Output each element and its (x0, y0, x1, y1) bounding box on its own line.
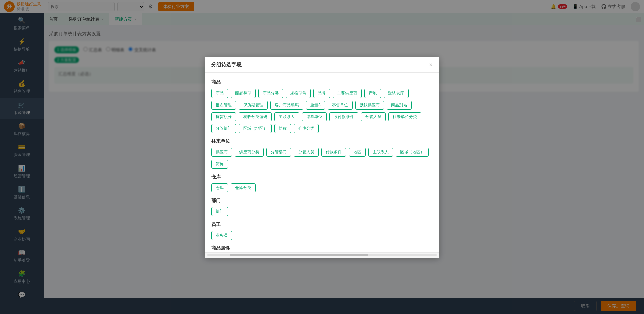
modal-overlay: 分组待选字段 × 商品 商品商品类型商品分类规格型号品牌主要供应商产地默认仓库批… (0, 0, 644, 314)
tag-item[interactable]: 分管人员 (361, 112, 386, 121)
tag-item[interactable]: 简称 (274, 124, 291, 133)
tag-item[interactable]: 商品别名 (387, 101, 412, 110)
tag-item[interactable]: 区域（地区） (239, 124, 272, 133)
section-staff-title: 员工 (211, 222, 433, 228)
section-partner-title: 往来单位 (211, 138, 433, 144)
tag-item[interactable]: 仓库分类 (231, 183, 256, 192)
tag-item[interactable]: 批次管理 (211, 101, 236, 110)
tag-item[interactable]: 税收分类编码 (239, 112, 272, 121)
section-attrs-title: 商品属性 (211, 245, 433, 251)
tag-item[interactable]: 主联系人 (368, 148, 393, 157)
tag-item[interactable]: 收付款条件 (329, 112, 358, 121)
tag-item[interactable]: 默认仓库 (384, 89, 409, 98)
tag-item[interactable]: 零售单位 (328, 101, 353, 110)
tag-item[interactable]: 区域（地区） (396, 148, 429, 157)
modal: 分组待选字段 × 商品 商品商品类型商品分类规格型号品牌主要供应商产地默认仓库批… (205, 57, 439, 258)
section-warehouse-tags: 仓库仓库分类 (211, 183, 433, 192)
section-product-title: 商品 (211, 79, 433, 85)
tag-item[interactable]: 分管部门 (266, 148, 291, 157)
scrollbar-thumb (230, 254, 368, 256)
tag-item[interactable]: 商品分类 (258, 89, 283, 98)
tag-item[interactable]: 主要供应商 (333, 89, 362, 98)
tag-item[interactable]: 商品类型 (231, 89, 256, 98)
section-dept-tags: 部门 (211, 207, 433, 216)
tag-item[interactable]: 业务员 (211, 231, 232, 240)
tag-item[interactable]: 部门 (211, 207, 228, 216)
section-partner-tags: 供应商供应商分类分管部门分管人员付款条件地区主联系人区域（地区）简称 (211, 148, 433, 169)
section-staff-tags: 业务员 (211, 231, 433, 240)
tag-item[interactable]: 供应商分类 (235, 148, 264, 157)
tag-item[interactable]: 保质期管理 (239, 101, 268, 110)
tag-item[interactable]: 付款条件 (321, 148, 346, 157)
tag-item[interactable]: 往来单位分类 (388, 112, 421, 121)
section-dept-title: 部门 (211, 198, 433, 204)
tag-item[interactable]: 产地 (364, 89, 381, 98)
modal-close-button[interactable]: × (429, 61, 433, 68)
tag-item[interactable]: 简称 (211, 160, 228, 169)
tag-item[interactable]: 分管人员 (294, 148, 319, 157)
modal-scrollbar-area (205, 252, 439, 258)
tag-item[interactable]: 分管部门 (211, 124, 236, 133)
tag-item[interactable]: 品牌 (313, 89, 330, 98)
modal-title: 分组待选字段 (211, 62, 241, 68)
section-warehouse-title: 仓库 (211, 174, 433, 180)
section-product-tags: 商品商品类型商品分类规格型号品牌主要供应商产地默认仓库批次管理保质期管理客户商品… (211, 89, 433, 133)
tag-item[interactable]: 默认供应商 (355, 101, 384, 110)
tag-item[interactable]: 地区 (349, 148, 366, 157)
tag-item[interactable]: 拣货积分 (211, 112, 236, 121)
tag-item[interactable]: 商品 (211, 89, 228, 98)
horizontal-scrollbar[interactable] (207, 254, 437, 256)
tag-item[interactable]: 主联系人 (274, 112, 299, 121)
tag-item[interactable]: 重量3 (306, 101, 325, 110)
tag-item[interactable]: 供应商 (211, 148, 232, 157)
tag-item[interactable]: 客户商品编码 (270, 101, 303, 110)
tag-item[interactable]: 规格型号 (286, 89, 311, 98)
tag-item[interactable]: 结算单位 (302, 112, 327, 121)
tag-item[interactable]: 仓库分类 (294, 124, 319, 133)
modal-header: 分组待选字段 × (205, 57, 439, 73)
tag-item[interactable]: 仓库 (211, 183, 228, 192)
modal-body[interactable]: 商品 商品商品类型商品分类规格型号品牌主要供应商产地默认仓库批次管理保质期管理客… (205, 73, 439, 252)
